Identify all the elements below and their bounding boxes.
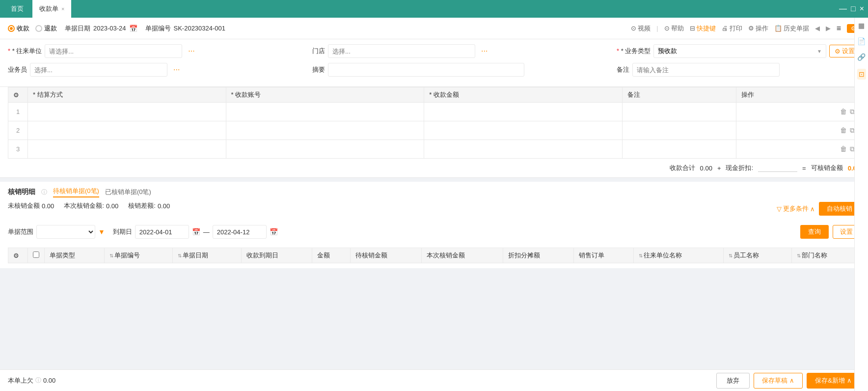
col-op-header: 操作 — [736, 87, 860, 103]
history-btn[interactable]: 📋 历史单据 — [774, 24, 809, 33]
discount-input[interactable] — [758, 164, 797, 172]
from-unit-label: * 往来单位 — [8, 47, 42, 56]
print-btn[interactable]: 🖨 打印 — [722, 24, 742, 33]
doc-no-field: 单据编号 SK-20230324-001 — [145, 24, 226, 33]
nav-next-icon[interactable]: ▶ — [826, 25, 831, 32]
tab-active[interactable]: 收款单 × — [32, 0, 71, 18]
row1-settlement[interactable] — [28, 103, 226, 121]
query-btn[interactable]: 查询 — [800, 225, 829, 239]
sub-col-checkbox[interactable] — [28, 248, 45, 263]
shortcut-icon: ⊟ — [690, 25, 695, 32]
recon-tab2[interactable]: 已核销单据(0笔) — [105, 188, 151, 196]
recon-tab1[interactable]: 待核销单据(0笔) — [53, 187, 99, 197]
from-unit-input[interactable] — [45, 44, 182, 58]
salesperson-input[interactable] — [30, 63, 167, 77]
row1-account[interactable] — [226, 103, 424, 121]
sort-icon-11: ⇅ — [729, 253, 732, 258]
doc-no-label: 单据编号 — [145, 24, 171, 33]
help-btn[interactable]: ⊙ 帮助 — [664, 24, 684, 33]
shortcut-btn[interactable]: ⊟ 快捷键 — [690, 24, 716, 33]
window-close-icon[interactable]: × — [860, 4, 864, 13]
more-conditions-btn[interactable]: ▽ 更多条件 ∧ — [777, 204, 815, 213]
summary-label: 摘要 — [312, 65, 325, 74]
more-conditions-label: 更多条件 — [783, 204, 809, 213]
doc-date-value[interactable]: 2023-03-24 — [93, 25, 126, 32]
sidebar-doc-icon[interactable]: 📄 — [857, 37, 866, 45]
window-minimize-icon[interactable]: — — [839, 4, 847, 13]
sub-col11-header: ⇅ 员工名称 — [723, 248, 791, 263]
row2-settlement[interactable] — [28, 121, 226, 140]
discount-label: 现金折扣: — [726, 164, 753, 172]
operation-btn[interactable]: ⚙ 操作 — [748, 24, 768, 33]
sidebar-active-icon[interactable]: ⊡ — [857, 69, 866, 80]
from-unit-more-icon[interactable]: ··· — [185, 47, 197, 56]
sub-col-setting[interactable]: ⚙ — [8, 248, 28, 263]
calendar-icon[interactable]: 📅 — [129, 25, 137, 32]
settings-icon-form: ⚙ — [835, 48, 841, 55]
save-new-arrow-icon[interactable]: ∧ — [847, 377, 852, 384]
row1-delete-icon[interactable]: 🗑 — [840, 108, 847, 116]
row3-delete-icon[interactable]: 🗑 — [840, 145, 847, 153]
row2-account[interactable] — [226, 121, 424, 140]
sidebar-link-icon[interactable]: 🔗 — [857, 53, 866, 61]
current-value: 0.00 — [106, 202, 118, 210]
save-draft-arrow-icon[interactable]: ∧ — [789, 377, 794, 384]
salesperson-more-icon[interactable]: ··· — [170, 65, 183, 74]
biz-type-dropdown[interactable]: 预收款 ▼ — [653, 44, 826, 58]
row3-settlement[interactable] — [28, 140, 226, 159]
store-more-icon[interactable]: ··· — [478, 47, 490, 56]
table-setting-icon[interactable]: ⚙ — [13, 91, 19, 99]
row2-remark[interactable] — [622, 121, 736, 140]
row1-remark[interactable] — [622, 103, 736, 121]
layout-icon[interactable]: ≡ — [837, 24, 841, 33]
col-setting-header[interactable]: ⚙ — [8, 87, 28, 103]
range-select[interactable] — [36, 225, 95, 239]
radio-refund[interactable]: 退款 — [35, 24, 57, 33]
row3-amount[interactable] — [424, 140, 623, 159]
sidebar-table-icon[interactable]: ▦ — [858, 22, 865, 29]
remark-input[interactable] — [632, 63, 780, 77]
recon-info-icon[interactable]: ⓘ — [41, 188, 47, 196]
select-all-checkbox[interactable] — [33, 251, 39, 258]
row3-remark[interactable] — [622, 140, 736, 159]
row1-amount[interactable] — [424, 103, 623, 121]
sub-setting-icon[interactable]: ⚙ — [13, 252, 19, 259]
save-draft-btn[interactable]: 保存草稿 ∧ — [754, 373, 803, 389]
video-icon: ⊙ — [631, 25, 636, 32]
radio-collection[interactable]: 收款 — [8, 24, 29, 33]
sub-col6-header: 待核销金额 — [351, 248, 421, 263]
diff-label: 核销差额: — [128, 201, 156, 210]
tab-close-icon[interactable]: × — [61, 0, 64, 18]
save-new-btn[interactable]: 保存&新增 ∧ — [807, 373, 860, 389]
unchecked-stat: 未核销金额 0.00 — [8, 201, 54, 210]
due-date-from-calendar-icon[interactable]: 📅 — [192, 228, 200, 236]
range-dropdown-icon[interactable]: ▼ — [98, 228, 105, 236]
row2-delete-icon[interactable]: 🗑 — [840, 126, 847, 135]
summary-input[interactable] — [328, 63, 524, 77]
row3-account[interactable] — [226, 140, 424, 159]
recon-section: 核销明细 ⓘ 待核销单据(0笔) 已核销单据(0笔) 未核销金额 0.00 本次… — [0, 182, 868, 268]
due-date-from-input[interactable] — [135, 225, 189, 239]
store-field: 门店 ··· — [312, 44, 617, 58]
print-icon: 🖨 — [722, 25, 728, 32]
row2-amount[interactable] — [424, 121, 623, 140]
window-maximize-icon[interactable]: □ — [851, 4, 856, 13]
sub-col12-label: 部门名称 — [802, 251, 827, 260]
video-btn[interactable]: ⊙ 视频 — [631, 24, 651, 33]
row1-op: 🗑 ⧉ — [736, 103, 860, 121]
abandon-btn[interactable]: 放弃 — [716, 373, 750, 389]
due-date-label: 到期日 — [113, 227, 132, 236]
biz-type-value: 预收款 — [658, 47, 677, 56]
doc-date-label: 单据日期 — [65, 24, 90, 33]
radio-refund-label: 退款 — [44, 24, 57, 33]
diff-stat: 核销差额: 0.00 — [128, 201, 170, 210]
sort-icon-12: ⇅ — [797, 253, 801, 258]
calc-row: 收款合计 0.00 + 现金折扣: = 可核销金额 0.00 — [0, 159, 868, 178]
due-date-to-input[interactable] — [213, 225, 267, 239]
sort-icon-3: ⇅ — [178, 253, 182, 258]
store-input[interactable] — [328, 44, 475, 58]
bottom-info-icon[interactable]: ⓘ — [35, 376, 41, 385]
nav-prev-icon[interactable]: ◀ — [815, 25, 820, 32]
tab-home[interactable]: 首页 — [4, 0, 30, 18]
due-date-to-calendar-icon[interactable]: 📅 — [270, 228, 278, 236]
